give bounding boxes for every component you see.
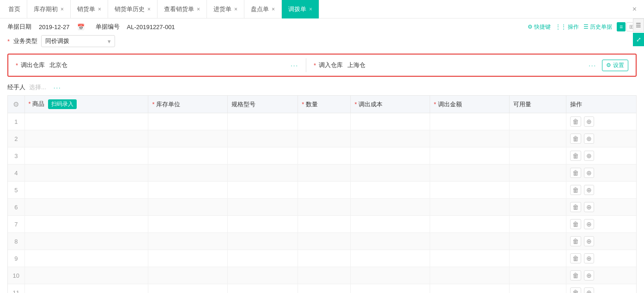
tab-close-view-sales[interactable]: × bbox=[197, 6, 200, 12]
row-copy-icon[interactable]: ⊕ bbox=[584, 287, 594, 293]
row-unit-cell bbox=[148, 147, 228, 165]
row-qty-cell[interactable] bbox=[298, 182, 351, 199]
row-product-cell[interactable] bbox=[24, 165, 148, 182]
row-copy-icon[interactable]: ⊕ bbox=[584, 116, 594, 127]
row-cost-cell[interactable] bbox=[351, 216, 430, 233]
table-row: 1 🗑 ⊕ bbox=[8, 113, 636, 130]
row-product-cell[interactable] bbox=[24, 267, 148, 284]
row-product-cell[interactable] bbox=[24, 182, 148, 199]
row-num-cell: 5 bbox=[8, 182, 24, 199]
warehouse-out-more[interactable]: ··· bbox=[291, 62, 298, 69]
row-product-cell[interactable] bbox=[24, 250, 148, 267]
row-copy-icon[interactable]: ⊕ bbox=[584, 202, 594, 212]
row-cost-cell[interactable] bbox=[351, 165, 430, 182]
tab-close-inventory-check[interactable]: × bbox=[272, 6, 275, 12]
calendar-icon[interactable]: 📅 bbox=[77, 24, 85, 31]
row-qty-cell[interactable] bbox=[298, 250, 351, 267]
tab-close-transfer-order[interactable]: × bbox=[309, 6, 312, 12]
row-qty-cell[interactable] bbox=[298, 267, 351, 284]
operation-button[interactable]: ⋮⋮ 操作 bbox=[555, 23, 579, 31]
tab-close-all-button[interactable]: × bbox=[629, 5, 640, 13]
subtotal-action-cell: 🗑 ⊕ bbox=[566, 284, 636, 293]
row-product-cell[interactable] bbox=[24, 233, 148, 250]
row-delete-icon[interactable]: 🗑 bbox=[570, 151, 581, 161]
row-cost-cell[interactable] bbox=[351, 250, 430, 267]
tab-sales-history[interactable]: 销货单历史 × bbox=[108, 0, 158, 18]
row-copy-icon[interactable]: ⊕ bbox=[584, 134, 594, 144]
row-product-cell[interactable] bbox=[24, 147, 148, 165]
row-copy-icon[interactable]: ⊕ bbox=[584, 219, 594, 229]
row-qty-cell[interactable] bbox=[298, 165, 351, 182]
business-type-select[interactable]: 同价调拨 ▾ bbox=[41, 35, 115, 47]
sidebar-list-icon[interactable]: ☰ bbox=[633, 18, 644, 32]
row-delete-icon[interactable]: 🗑 bbox=[570, 253, 581, 263]
row-cost-cell[interactable] bbox=[351, 233, 430, 250]
row-delete-icon[interactable]: 🗑 bbox=[570, 168, 581, 178]
list-view-button[interactable]: ≡ bbox=[617, 22, 626, 31]
tab-transfer-order[interactable]: 调拨单 × bbox=[282, 0, 319, 18]
row-qty-cell[interactable] bbox=[298, 147, 351, 165]
row-cost-cell[interactable] bbox=[351, 130, 430, 147]
tab-close-inventory-init[interactable]: × bbox=[61, 6, 64, 12]
row-delete-icon[interactable]: 🗑 bbox=[570, 219, 581, 229]
row-cost-cell[interactable] bbox=[351, 199, 430, 216]
tab-inventory-init[interactable]: 库存期初 × bbox=[27, 0, 71, 18]
tab-home[interactable]: 首页 bbox=[4, 0, 27, 18]
tab-close-sales-history[interactable]: × bbox=[147, 6, 151, 12]
shortcut-button[interactable]: ⚙ 快捷键 bbox=[528, 23, 551, 31]
row-cost-cell[interactable] bbox=[351, 147, 430, 165]
history-button[interactable]: ☰ 历史单据 bbox=[583, 23, 612, 31]
row-copy-icon[interactable]: ⊕ bbox=[584, 185, 594, 195]
warehouse-divider bbox=[306, 58, 306, 72]
table-row: 11 🗑 ⊕ bbox=[8, 284, 636, 293]
tab-close-purchase-order[interactable]: × bbox=[234, 6, 237, 12]
row-product-cell[interactable] bbox=[24, 216, 148, 233]
row-qty-cell[interactable] bbox=[298, 233, 351, 250]
row-delete-icon[interactable]: 🗑 bbox=[570, 185, 581, 195]
row-copy-icon[interactable]: ⊕ bbox=[584, 151, 594, 161]
scan-button[interactable]: 扫码录入 bbox=[48, 99, 77, 109]
row-copy-icon[interactable]: ⊕ bbox=[584, 168, 594, 178]
tab-close-sales-order[interactable]: × bbox=[98, 6, 101, 12]
row-product-cell[interactable] bbox=[24, 130, 148, 147]
tab-purchase-order[interactable]: 进货单 × bbox=[207, 0, 244, 18]
table-gear-icon[interactable]: ⚙ bbox=[13, 100, 19, 108]
row-amount-cell bbox=[430, 113, 509, 130]
business-type-row: * 业务类型 同价调拨 ▾ bbox=[0, 31, 644, 49]
row-product-cell[interactable] bbox=[24, 199, 148, 216]
row-cost-cell[interactable] bbox=[351, 182, 430, 199]
row-delete-icon[interactable]: 🗑 bbox=[570, 270, 581, 281]
handler-input[interactable]: 选择... bbox=[29, 83, 46, 92]
row-product-cell[interactable] bbox=[24, 113, 148, 130]
row-copy-icon[interactable]: ⊕ bbox=[584, 270, 594, 281]
row-unit-cell bbox=[148, 130, 228, 147]
warehouse-in-value: 上海仓 bbox=[347, 61, 365, 69]
col-settings[interactable]: ⚙ bbox=[8, 96, 24, 113]
handler-more[interactable]: ··· bbox=[54, 84, 61, 91]
tab-inventory-check[interactable]: 盘点单 × bbox=[244, 0, 282, 18]
row-qty-cell[interactable] bbox=[298, 216, 351, 233]
row-spec-cell bbox=[227, 216, 298, 233]
row-copy-icon[interactable]: ⊕ bbox=[584, 236, 594, 246]
row-delete-icon[interactable]: 🗑 bbox=[570, 202, 581, 212]
row-action-cell: 🗑 ⊕ bbox=[566, 267, 636, 284]
row-cost-cell[interactable] bbox=[351, 113, 430, 130]
tab-view-sales[interactable]: 查看销货单 × bbox=[158, 0, 207, 18]
row-delete-icon[interactable]: 🗑 bbox=[570, 287, 581, 293]
row-delete-icon[interactable]: 🗑 bbox=[570, 236, 581, 246]
transfer-table: ⚙ * 商品 扫码录入 * 库存单位 规格型号 * bbox=[7, 95, 637, 293]
row-qty-cell[interactable] bbox=[298, 113, 351, 130]
row-delete-icon[interactable]: 🗑 bbox=[570, 134, 581, 144]
sidebar-expand-icon[interactable]: ⤢ bbox=[633, 33, 644, 46]
row-qty-cell[interactable] bbox=[298, 130, 351, 147]
row-cost-cell[interactable] bbox=[351, 267, 430, 284]
row-copy-icon[interactable]: ⊕ bbox=[584, 253, 594, 263]
row-avail-cell bbox=[509, 113, 566, 130]
row-spec-cell bbox=[227, 199, 298, 216]
row-spec-cell bbox=[227, 147, 298, 165]
warehouse-in-more[interactable]: ··· bbox=[589, 62, 596, 69]
row-qty-cell[interactable] bbox=[298, 199, 351, 216]
row-delete-icon[interactable]: 🗑 bbox=[570, 116, 581, 127]
tab-sales-order[interactable]: 销货单 × bbox=[71, 0, 108, 18]
setting-button[interactable]: ⚙ 设置 bbox=[602, 60, 628, 71]
